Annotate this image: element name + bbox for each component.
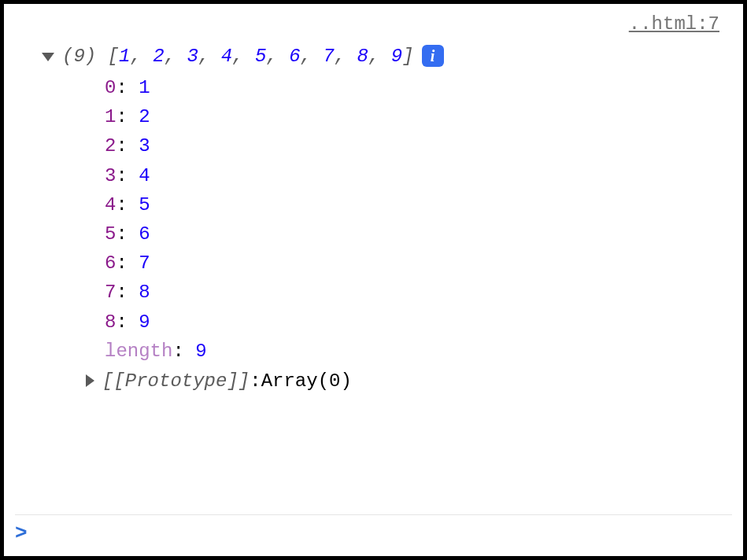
entry-index: 8 xyxy=(105,311,116,333)
array-summary-row[interactable]: (9) [ 1, 2, 3, 4, 5, 6, 7, 8, 9 ] i xyxy=(42,45,727,67)
entry-value: 1 xyxy=(139,77,150,98)
entry-index: 5 xyxy=(105,223,116,245)
length-row[interactable]: length: 9 xyxy=(105,337,727,366)
entry-value: 2 xyxy=(139,106,150,127)
comma: , xyxy=(165,46,187,67)
prototype-value: Array(0) xyxy=(261,370,352,392)
array-preview-value: 4 xyxy=(221,46,232,67)
comma: , xyxy=(232,46,255,67)
prototype-row[interactable]: [[Prototype]] : Array(0) xyxy=(86,370,727,392)
entry-value: 3 xyxy=(139,135,150,157)
colon: : xyxy=(116,223,139,245)
comma: , xyxy=(301,46,324,67)
prototype-key: [[Prototype]] xyxy=(102,370,250,392)
colon: : xyxy=(116,311,139,333)
array-length-count: (9) xyxy=(62,46,96,67)
chevron-down-icon[interactable] xyxy=(42,53,54,61)
entry-value: 7 xyxy=(139,252,150,274)
array-entry[interactable]: 3: 4 xyxy=(105,161,727,190)
entry-index: 7 xyxy=(105,282,116,303)
array-entry[interactable]: 7: 8 xyxy=(105,278,727,307)
colon: : xyxy=(116,165,139,186)
entry-index: 4 xyxy=(105,194,116,216)
entry-index: 1 xyxy=(105,106,116,127)
chevron-right-icon[interactable] xyxy=(86,374,94,387)
length-value: 9 xyxy=(195,341,206,362)
console-output: (9) [ 1, 2, 3, 4, 5, 6, 7, 8, 9 ] i 0: 1… xyxy=(20,45,727,392)
colon: : xyxy=(172,341,195,362)
entry-index: 0 xyxy=(105,77,116,98)
comma: , xyxy=(198,46,221,67)
array-preview-value: 2 xyxy=(153,46,164,67)
length-key: length xyxy=(105,341,172,362)
colon: : xyxy=(116,106,139,127)
array-entry[interactable]: 8: 9 xyxy=(105,308,727,337)
array-preview-value: 3 xyxy=(187,46,198,67)
colon: : xyxy=(250,370,261,392)
array-preview-values: 1, 2, 3, 4, 5, 6, 7, 8, 9 xyxy=(119,46,402,67)
entry-value: 4 xyxy=(139,165,150,186)
comma: , xyxy=(130,46,153,67)
info-icon[interactable]: i xyxy=(422,45,444,67)
entry-index: 2 xyxy=(105,135,116,157)
colon: : xyxy=(116,194,139,216)
array-preview-value: 9 xyxy=(391,46,402,67)
array-entry[interactable]: 5: 6 xyxy=(105,219,727,249)
entry-index: 6 xyxy=(105,252,116,274)
comma: , xyxy=(266,46,289,67)
entry-value: 9 xyxy=(139,311,150,333)
array-preview-value: 1 xyxy=(119,46,130,67)
entry-value: 5 xyxy=(139,194,150,216)
array-entry[interactable]: 6: 7 xyxy=(105,249,727,278)
comma: , xyxy=(368,46,391,67)
array-entry[interactable]: 2: 3 xyxy=(105,131,727,160)
array-preview-value: 7 xyxy=(323,46,334,67)
colon: : xyxy=(116,252,139,274)
close-bracket: ] xyxy=(402,46,413,67)
array-entry[interactable]: 4: 5 xyxy=(105,190,727,219)
open-bracket: [ xyxy=(108,46,119,67)
array-preview-value: 6 xyxy=(289,46,300,67)
array-preview-value: 8 xyxy=(357,46,368,67)
entry-index: 3 xyxy=(105,165,116,186)
array-entries: 0: 11: 22: 33: 44: 55: 66: 77: 88: 9leng… xyxy=(105,73,727,366)
source-link[interactable]: ..html:7 xyxy=(629,13,719,35)
colon: : xyxy=(116,282,139,303)
colon: : xyxy=(116,135,139,157)
array-preview-value: 5 xyxy=(255,46,266,67)
comma: , xyxy=(335,46,357,67)
entry-value: 8 xyxy=(139,282,150,303)
array-entry[interactable]: 0: 1 xyxy=(105,73,727,102)
entry-value: 6 xyxy=(139,223,150,245)
prompt-caret-icon: > xyxy=(15,521,28,545)
console-prompt[interactable]: > xyxy=(15,514,732,545)
colon: : xyxy=(116,77,139,98)
array-entry[interactable]: 1: 2 xyxy=(105,102,727,131)
